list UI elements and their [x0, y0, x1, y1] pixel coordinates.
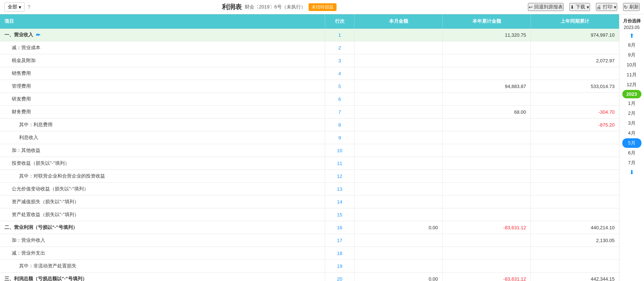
- row-item-label: 其中：非流动资产处置损失: [0, 260, 325, 272]
- back-to-original-btn[interactable]: ↩ 回退到原报表: [528, 3, 564, 11]
- row-num: 4: [325, 67, 355, 80]
- row-year-accum: [443, 93, 531, 105]
- row-last-year: [531, 93, 619, 105]
- row-year-accum: [443, 144, 531, 157]
- row-last-year: 533,014.73: [531, 80, 619, 92]
- month-item[interactable]: 4月: [622, 128, 641, 138]
- month-item[interactable]: 3月: [622, 118, 641, 128]
- nav-up-icon[interactable]: ⬆: [629, 32, 634, 40]
- row-month-amount: [355, 208, 443, 221]
- row-month-amount: 0.00: [355, 273, 443, 281]
- table-row: 加：营业外收入 17 2,130.05: [0, 234, 619, 247]
- row-last-year: -875.20: [531, 118, 619, 131]
- table-row: 其中：对联营企业和合营企业的投资收益 12: [0, 170, 619, 183]
- header-last-year: 上年同期累计: [531, 14, 619, 28]
- table-body: 一、营业收入 ✏ 1 11,320.75 974,997.10 减：营业成本 2…: [0, 29, 619, 281]
- row-item-label: 加：其他收益: [0, 144, 325, 157]
- month-item[interactable]: 2月: [622, 109, 641, 118]
- help-icon[interactable]: ?: [28, 4, 30, 10]
- chevron-down-icon: ▾: [19, 4, 21, 10]
- table-row: 减：营业外支出 18: [0, 247, 619, 260]
- row-item-label: 资产处置收益（损失以"-"填列）: [0, 208, 325, 221]
- row-month-amount: [355, 157, 443, 169]
- table-row: 财务费用 7 68.00 -304.70: [0, 106, 619, 118]
- row-month-amount: 0.00: [355, 221, 443, 234]
- row-num: 3: [325, 54, 355, 67]
- row-year-accum: 68.00: [443, 106, 531, 118]
- row-last-year: 440,214.10: [531, 221, 619, 234]
- row-num: 13: [325, 183, 355, 195]
- table-row: 销售费用 4: [0, 67, 619, 80]
- row-month-amount: [355, 247, 443, 259]
- row-year-accum: [443, 247, 531, 259]
- month-sidebar-label: 月份选择: [623, 16, 641, 25]
- month-item[interactable]: 9月: [622, 50, 641, 60]
- nav-down-icon[interactable]: ⬇: [629, 168, 634, 176]
- header-month-amount: 本月金额: [355, 14, 443, 28]
- top-bar-right: ↩ 回退到原报表 ⬇ 下载 ▾ 🖨 打印 ▾ ↻ 刷新: [528, 3, 640, 11]
- table-row: 税金及附加 3 2,072.97: [0, 54, 619, 67]
- download-btn[interactable]: ⬇ 下载 ▾: [569, 3, 590, 11]
- row-last-year: [531, 170, 619, 182]
- table-header: 项目 行次 本月金额 本年累计金额 上年同期累计: [0, 14, 619, 29]
- row-year-accum: -83,631.12: [443, 221, 531, 234]
- row-item-label: 利息收入: [0, 131, 325, 144]
- row-item-label: 投资收益（损失以"-"填列）: [0, 157, 325, 169]
- row-month-amount: [355, 131, 443, 144]
- row-month-amount: [355, 106, 443, 118]
- main-content: 项目 行次 本月金额 本年累计金额 上年同期累计 一、营业收入 ✏: [0, 14, 644, 281]
- table-row: 管理费用 5 94,883.87 533,014.73: [0, 80, 619, 93]
- row-num: 2: [325, 41, 355, 54]
- row-num: 6: [325, 93, 355, 105]
- row-item-label: 研发费用: [0, 93, 325, 105]
- row-year-accum: [443, 208, 531, 221]
- month-item[interactable]: 7月: [622, 158, 641, 168]
- row-month-amount: [355, 196, 443, 208]
- row-year-accum: [443, 170, 531, 182]
- row-month-amount: [355, 144, 443, 157]
- header-row-num: 行次: [325, 14, 355, 28]
- row-month-amount: [355, 260, 443, 272]
- print-btn[interactable]: 🖨 打印 ▾: [596, 3, 617, 11]
- scope-dropdown-label: 全部: [8, 4, 17, 10]
- refresh-icon: ↻: [624, 4, 628, 10]
- month-item[interactable]: 12月: [622, 80, 641, 90]
- row-year-accum: [443, 183, 531, 195]
- print-icon: 🖨: [597, 4, 601, 10]
- month-item[interactable]: 8月: [622, 40, 641, 50]
- month-item[interactable]: 1月: [622, 99, 641, 108]
- header-year-accum: 本年累计金额: [443, 14, 531, 28]
- table-row: 利息收入 9: [0, 131, 619, 144]
- row-last-year: [531, 196, 619, 208]
- top-bar-center: 利润表 财会〔2019〕6号（未执行） 未结转损益: [222, 3, 337, 11]
- row-last-year: [531, 208, 619, 221]
- month-item[interactable]: 6月: [622, 148, 641, 158]
- row-last-year: 974,997.10: [531, 29, 619, 41]
- row-num: 19: [325, 260, 355, 272]
- row-month-amount: [355, 118, 443, 131]
- month-item[interactable]: 11月: [622, 70, 641, 80]
- month-item[interactable]: 5月: [622, 138, 641, 148]
- unexecuted-badge: 未结转损益: [309, 3, 337, 11]
- table-row: 减：营业成本 2: [0, 41, 619, 54]
- top-bar: 全部 ▾ ? 利润表 财会〔2019〕6号（未执行） 未结转损益 ↩ 回退到原报…: [0, 0, 644, 14]
- row-last-year: [531, 260, 619, 272]
- chevron-down-icon: ▾: [614, 4, 616, 10]
- row-item-label: 税金及附加: [0, 54, 325, 67]
- refresh-btn[interactable]: ↻ 刷新: [623, 3, 640, 11]
- row-last-year: -304.70: [531, 106, 619, 118]
- row-last-year: 2,130.05: [531, 234, 619, 247]
- month-item[interactable]: 2023: [622, 90, 641, 98]
- top-bar-left: 全部 ▾ ?: [4, 2, 30, 12]
- row-num: 15: [325, 208, 355, 221]
- row-month-amount: [355, 80, 443, 92]
- scope-dropdown[interactable]: 全部 ▾: [4, 2, 25, 12]
- edit-icon[interactable]: ✏: [36, 32, 40, 38]
- row-item-label: 加：营业外收入: [0, 234, 325, 247]
- row-month-amount: [355, 93, 443, 105]
- row-year-accum: [443, 54, 531, 67]
- row-year-accum: [443, 67, 531, 80]
- table-row: 加：其他收益 10: [0, 144, 619, 157]
- month-item[interactable]: 10月: [622, 60, 641, 70]
- row-year-accum: [443, 157, 531, 169]
